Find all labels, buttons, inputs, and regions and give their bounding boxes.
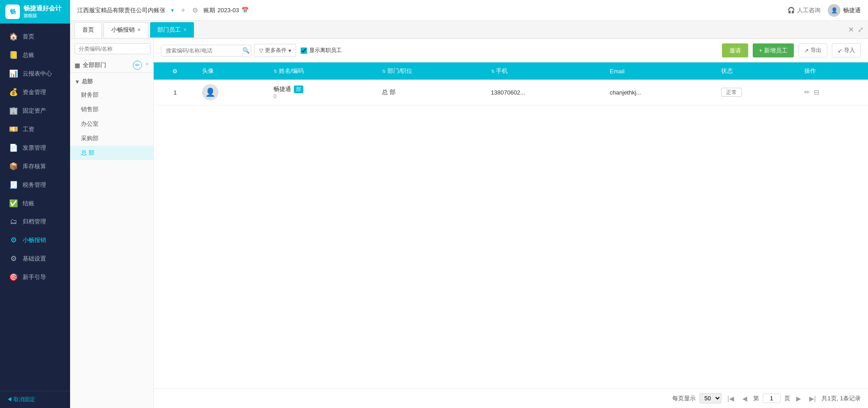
avatar: 👤	[828, 4, 840, 17]
employee-table-container: ⚙ 头像 ⇅ 姓名/编码 ⇅ 部门/职位	[154, 62, 868, 388]
dept-item-purchase[interactable]: 采购部	[70, 131, 153, 146]
col-status-header: 状态	[716, 62, 799, 80]
collapse-dept-icon[interactable]: «	[146, 61, 149, 70]
page-label: 页	[784, 394, 790, 403]
sidebar-item-home[interactable]: 🏠 首页	[0, 27, 70, 46]
sidebar-item-inventory-label: 库存核算	[23, 162, 46, 171]
edit-dept-icon[interactable]: ✏	[133, 61, 142, 70]
customer-service-btn[interactable]: 🎧 人工咨询	[788, 6, 821, 14]
grid-icon: ▦	[75, 62, 80, 69]
last-page-btn[interactable]: ▶|	[807, 394, 818, 403]
settings-icon: ⚙	[9, 254, 18, 263]
sidebar-item-funds-label: 资金管理	[23, 88, 46, 96]
per-page-select[interactable]: 50	[699, 393, 722, 403]
employee-search-input[interactable]	[161, 45, 251, 57]
sidebar-item-assets[interactable]: 🏢 固定资产	[0, 101, 70, 120]
sort-phone-icon: ⇅	[491, 69, 495, 74]
export-btn[interactable]: ↗ 导出	[798, 43, 827, 57]
tab-expense[interactable]: 小畅报销 ×	[104, 22, 148, 38]
expand-tab-icon[interactable]: ⤢	[858, 25, 863, 34]
action-buttons: ✏ ⊟	[804, 88, 863, 96]
logout-employee-btn[interactable]: ⊟	[814, 88, 820, 96]
row-status-cell: 正常	[716, 80, 799, 105]
row-phone-cell: 138070602...	[486, 80, 604, 105]
tab-expense-close-icon[interactable]: ×	[137, 27, 141, 33]
tab-employees-close-icon[interactable]: ×	[184, 27, 187, 33]
prev-page-btn[interactable]: ◀	[740, 394, 750, 403]
col-phone-header[interactable]: ⇅ 手机	[486, 62, 604, 80]
row-email-cell: chanjethkj...	[604, 80, 716, 105]
employee-code-text: 0	[274, 93, 371, 100]
dept-group-root: ▼ 总部	[70, 76, 153, 88]
left-panel: 🔍 ▦ 全部部门 ✏ « ▼ 总部 财务部 销售部	[70, 39, 154, 408]
sidebar-item-payroll[interactable]: 💴 工资	[0, 120, 70, 138]
next-page-btn[interactable]: ▶	[794, 394, 803, 403]
sidebar-item-invoice-label: 发票管理	[23, 144, 46, 152]
user-name: 畅捷通	[843, 6, 861, 14]
sidebar-item-reports[interactable]: 📊 云报表中心	[0, 64, 70, 83]
page-number-input[interactable]	[763, 394, 781, 403]
tab-home[interactable]: 首页	[75, 22, 102, 38]
ledger-icon: 📒	[9, 51, 18, 59]
filter-icon: ▽	[259, 47, 263, 54]
filter-label: 更多条件	[265, 47, 287, 54]
invite-label: 邀请	[729, 47, 741, 54]
sidebar-item-guide[interactable]: 🎯 新手引导	[0, 268, 70, 286]
sidebar-item-funds[interactable]: 💰 资金管理	[0, 83, 70, 101]
show-resigned-toggle[interactable]: 显示离职员工	[301, 47, 342, 54]
col-name-header[interactable]: ⇅ 姓名/编码	[268, 62, 377, 80]
tab-employees[interactable]: 部门员工 ×	[150, 22, 194, 38]
company-name: 江西服宝精品有限责任公司内账张	[77, 6, 165, 14]
close-tab-icon[interactable]: ✕	[848, 25, 854, 34]
sidebar-item-tax-label: 税务管理	[23, 181, 46, 189]
sidebar-item-home-label: 首页	[23, 33, 34, 41]
show-resigned-checkbox[interactable]	[301, 47, 307, 54]
all-departments-label: 全部部门	[83, 61, 106, 69]
dept-office-label: 办公室	[81, 120, 99, 127]
right-panel: 🔍 ▽ 更多条件 ▾ 显示离职员工 邀请 + 新增员工	[154, 39, 868, 408]
user-profile-btn[interactable]: 👤 畅捷通	[828, 4, 861, 17]
expense-icon: ⚙	[9, 236, 18, 244]
sidebar-footer-unpin[interactable]: ◀ 取消固定	[0, 391, 70, 408]
employee-toolbar: 🔍 ▽ 更多条件 ▾ 显示离职员工 邀请 + 新增员工	[154, 39, 868, 62]
row-index: 1	[154, 80, 197, 105]
home-icon: 🏠	[9, 32, 18, 41]
top-header: 江西服宝精品有限责任公司内账张 ▾ ＋ ⚙ 账期 2023-03 📅 🎧 人工咨…	[70, 0, 868, 21]
invite-btn[interactable]: 邀请	[722, 43, 748, 57]
add-employee-label: + 新增员工	[759, 47, 788, 55]
dept-search-input[interactable]	[75, 43, 151, 54]
import-label: 导入	[844, 47, 855, 54]
sidebar-item-settlement[interactable]: ✅ 结账	[0, 194, 70, 213]
add-company-icon[interactable]: ＋	[179, 5, 187, 15]
company-dropdown-icon[interactable]: ▾	[171, 7, 174, 14]
dept-item-sales[interactable]: 销售部	[70, 102, 153, 117]
dept-item-finance[interactable]: 财务部	[70, 88, 153, 102]
dept-item-office[interactable]: 办公室	[70, 117, 153, 131]
sidebar-item-tax[interactable]: 🧾 税务管理	[0, 176, 70, 194]
sidebar-nav: 🏠 首页 📒 总账 📊 云报表中心 💰 资金管理 🏢 固定资产 💴 工资 📄 发…	[0, 24, 70, 391]
main-area: 江西服宝精品有限责任公司内账张 ▾ ＋ ⚙ 账期 2023-03 📅 🎧 人工咨…	[70, 0, 868, 408]
per-page-label: 每页显示	[672, 394, 696, 403]
first-page-btn[interactable]: |◀	[725, 394, 736, 403]
tab-expense-label: 小畅报销	[111, 26, 135, 34]
dept-item-general[interactable]: 总 部	[70, 146, 153, 160]
settings-gear-icon[interactable]: ⚙	[192, 6, 198, 14]
filter-conditions-btn[interactable]: ▽ 更多条件 ▾	[254, 44, 296, 57]
sidebar-item-archive[interactable]: 🗂 归档管理	[0, 213, 70, 231]
col-settings-icon[interactable]: ⚙	[154, 62, 197, 80]
add-employee-btn[interactable]: + 新增员工	[753, 43, 794, 57]
dept-purchase-label: 采购部	[81, 135, 99, 142]
col-dept-header[interactable]: ⇅ 部门/职位	[377, 62, 485, 80]
sidebar-item-expense[interactable]: ⚙ 小畅报销	[0, 231, 70, 249]
sidebar-item-ledger[interactable]: 📒 总账	[0, 46, 70, 64]
sidebar-item-settings[interactable]: ⚙ 基础设置	[0, 249, 70, 268]
sort-name-icon: ⇅	[274, 69, 277, 74]
settlement-icon: ✅	[9, 199, 18, 208]
employee-search-icon[interactable]: 🔍	[242, 47, 250, 54]
period-label: 账期	[203, 6, 215, 14]
import-btn[interactable]: ↙ 导入	[832, 43, 861, 57]
calendar-icon[interactable]: 📅	[241, 7, 249, 14]
sidebar-item-invoice[interactable]: 📄 发票管理	[0, 138, 70, 157]
sidebar-item-inventory[interactable]: 📦 库存核算	[0, 157, 70, 176]
edit-employee-btn[interactable]: ✏	[804, 88, 810, 96]
